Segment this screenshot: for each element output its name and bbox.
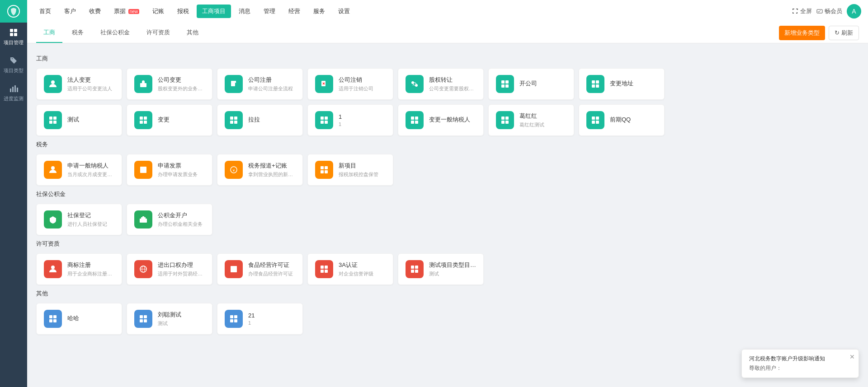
subtab-gongshang[interactable]: 工商 [36,23,62,43]
card-trademark[interactable]: 商标注册 用于企业商标注册服务 [36,253,122,285]
svg-rect-85 [411,266,414,269]
card-haha[interactable]: 哈哈 [36,303,122,335]
svg-point-58 [51,166,55,170]
svg-rect-83 [321,270,324,273]
card-title: 变更 [158,116,205,124]
nav-bookkeeping[interactable]: 记账 [147,5,170,18]
nav-settings[interactable]: 设置 [333,5,355,18]
svg-rect-95 [140,319,143,322]
card-title: 刘聪测试 [158,311,205,319]
card-desc: 办理公积金相关业务 [158,221,205,228]
nav-operation[interactable]: 经营 [283,5,306,18]
svg-rect-93 [140,315,143,318]
card-desc: 拿到营业执照的新公司 [248,171,295,178]
card-title: 税务报道+记账 [248,162,295,170]
new-business-type-button[interactable]: 新增业务类型 [779,26,825,40]
avatar[interactable]: A [847,4,861,19]
card-desc: 测试 [158,320,205,327]
nav-service[interactable]: 服务 [308,5,330,18]
card-liucong-test[interactable]: 刘聪测试 测试 [127,303,212,335]
card-title: 公积金开户 [158,211,205,219]
card-kaigongsi[interactable]: 开公司 [488,68,574,100]
nav-home[interactable]: 首页 [34,5,57,18]
card-guquan-zhuanrang[interactable]: 股权转让 公司变更需要股权转让 [398,68,484,100]
fullscreen-btn[interactable]: 全屏 [792,7,812,15]
card-icon-transfer [406,75,424,93]
section-title-shuiwu: 税务 [36,140,859,149]
nav-manage[interactable]: 管理 [258,5,281,18]
svg-rect-6 [12,87,14,92]
svg-rect-50 [501,117,505,120]
card-tax-report[interactable]: ¥ 税务报道+记账 拿到营业执照的新公司 [217,154,303,186]
card-lala[interactable]: 拉拉 [217,104,303,136]
card-import-export[interactable]: 进出口权办理 适用于对外贸易经营者 [127,253,212,285]
card-desc: 对企业信誉评级 [339,270,386,277]
nav-business[interactable]: 工商项目 [197,5,231,18]
card-gegenghong[interactable]: 葛红红 葛红红测试 [488,104,574,136]
refresh-icon: ↻ [835,29,840,36]
card-biangeng-納税[interactable]: 变更一般纳税人 [398,104,484,136]
subtab-xuke[interactable]: 许可资质 [139,23,177,43]
svg-rect-98 [234,315,237,318]
card-one[interactable]: 1 1 [307,104,393,136]
card-desc: 适用于注销公司 [339,85,386,92]
nav-tax[interactable]: 报税 [172,5,194,18]
card-title: 前期QQ [610,116,657,124]
card-food-license[interactable]: 食品经营许可证 办理食品经营许可证 [217,253,303,285]
nav-message[interactable]: 消息 [233,5,256,18]
subtab-shuiwu[interactable]: 税务 [65,23,91,43]
card-icon-3a [315,260,333,278]
svg-rect-65 [321,166,324,169]
card-icon-test-type [406,260,424,278]
section-title-shebao: 社保公积金 [36,190,859,198]
notification-close-button[interactable]: ✕ [849,353,855,360]
card-apply-invoice[interactable]: 申请发票 办理申请发票业务 [127,154,212,186]
card-test-type[interactable]: 测试项目类型目定义 测试 [398,253,484,285]
svg-rect-99 [230,319,233,322]
card-desc: 进行人员社保登记 [67,221,114,228]
svg-rect-87 [411,270,414,273]
card-21[interactable]: 21 1 [217,303,303,335]
card-desc: 葛红红测试 [519,121,566,128]
vip-label: 畅会员 [825,7,842,15]
card-shebao-dengji[interactable]: 社保登记 进行人员社保登记 [36,204,122,235]
nav-invoice[interactable]: 票据 new [108,5,145,18]
svg-rect-29 [596,84,599,88]
card-gjj-kaiku[interactable]: 公积金开户 办理公积金相关业务 [127,204,212,235]
card-icon-one [315,111,333,129]
sidebar-item-project-type[interactable]: 项目类型 [0,51,27,79]
card-ceshi[interactable]: 测试 [36,104,122,136]
svg-rect-8 [17,88,18,92]
card-new-project[interactable]: 新项目 报税加税控盘保管 [307,154,393,186]
card-faren-biangeng[interactable]: 法人变更 适用于公司变更法人 [36,68,122,100]
card-title: 申请发票 [158,162,205,170]
svg-rect-66 [325,166,328,169]
content-area: 工商 税务 社保公积金 许可资质 其他 新增业务类型 ↻ 刷新 [27,23,868,387]
card-desc: 报税加税控盘保管 [339,171,386,178]
nav-billing[interactable]: 收费 [84,5,106,18]
sidebar-item-progress[interactable]: 进度监测 [0,79,27,107]
card-3a-cert[interactable]: 3A认证 对企业信誉评级 [307,253,393,285]
card-qianqi-qq[interactable]: 前期QQ [579,104,665,136]
svg-rect-2 [14,29,17,32]
svg-rect-46 [411,117,414,120]
svg-rect-90 [53,315,57,318]
card-biangeng2[interactable]: 变更 [127,104,212,136]
subtab-other[interactable]: 其他 [179,23,206,43]
card-apply-taxpayer[interactable]: 申请一般纳税人 当月或次月成变更完成 [36,154,122,186]
card-icon-haha [44,310,62,328]
nav-customer[interactable]: 客户 [59,5,81,18]
card-title: 1 [339,113,386,120]
svg-rect-33 [53,121,57,124]
card-gongsi-zhuce[interactable]: 公司注册 申请公司注册全流程 [217,68,303,100]
card-gongsi-biangeng[interactable]: 公司变更 股权变更外的业务变更 [127,68,212,100]
sidebar-item-project-manage[interactable]: 项目管理 [0,23,27,51]
subtab-shebao[interactable]: 社保公积金 [93,23,137,43]
card-biangeng-dizhi[interactable]: 变更地址 [579,68,665,100]
svg-rect-42 [321,117,324,120]
vip-btn[interactable]: 畅会员 [816,7,842,15]
svg-rect-26 [592,80,595,84]
fullscreen-label: 全屏 [800,7,812,15]
card-gongsi-zhuxiao[interactable]: 公司注销 适用于注销公司 [307,68,393,100]
refresh-button[interactable]: ↻ 刷新 [829,26,859,40]
